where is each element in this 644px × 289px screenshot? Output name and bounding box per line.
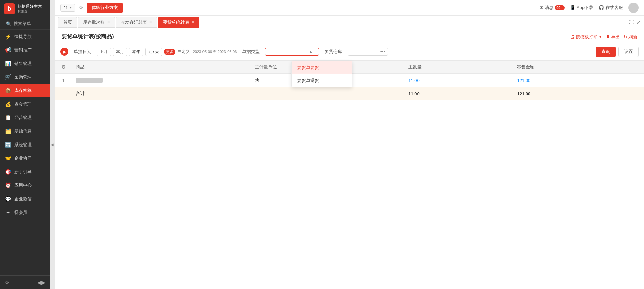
date-btn-7days[interactable]: 近7天 <box>145 48 162 56</box>
content-area: 要货单统计表(按商品) 🖨 按模板打印 ▼ ⬇ 导出 ↻ 刷新 ▶ <box>55 29 644 289</box>
print-icon: 🖨 <box>570 34 575 39</box>
search-icon: 🔍 <box>6 21 11 26</box>
sidebar-item-wecom[interactable]: 💬 企业微信 <box>0 192 50 206</box>
date-btn-this-year[interactable]: 本年 <box>129 48 143 56</box>
sidebar-collapse-handle[interactable]: ◀ <box>50 0 55 289</box>
date-btn-this-month[interactable]: 本月 <box>113 48 127 56</box>
org-selector[interactable]: 41 ▼ <box>60 4 75 12</box>
tab-home[interactable]: 首页 <box>58 17 77 28</box>
sidebar-item-basic-info[interactable]: 🗂️ 基础信息 <box>0 125 50 138</box>
collapse-icon[interactable]: ◀▶ <box>37 279 45 286</box>
tab-inventory-batch-close[interactable]: ✕ <box>107 20 110 24</box>
tab-more-icon[interactable]: ⤢ <box>637 20 641 25</box>
tab-receivable-summary-close[interactable]: ✕ <box>149 20 152 24</box>
settings-button[interactable]: 设置 <box>618 47 639 57</box>
print-action[interactable]: 🖨 按模板打印 ▼ <box>570 34 602 40</box>
logo-icon: b <box>4 3 15 14</box>
sidebar-item-enterprise[interactable]: 🤝 企业协同 <box>0 152 50 165</box>
sidebar-item-label: 企业协同 <box>14 155 32 161</box>
sidebar-footer: ⚙ ◀▶ <box>0 275 50 289</box>
tab-inventory-batch-label: 库存批次账 <box>83 19 105 25</box>
tab-inventory-batch[interactable]: 库存批次账 ✕ <box>78 17 115 28</box>
sidebar-item-guide[interactable]: 🎯 新手引导 <box>0 165 50 179</box>
tab-requisition-stat-close[interactable]: ✕ <box>191 20 194 24</box>
tab-requisition-stat-label: 要货单统计表 <box>163 19 189 25</box>
footer-qty: 11.00 <box>404 87 513 100</box>
date-custom-btn[interactable]: 自定义 <box>177 49 190 55</box>
marketing-icon: 📢 <box>5 47 11 53</box>
export-action[interactable]: ⬇ 导出 <box>606 34 620 40</box>
app-download-item[interactable]: 📱 App下载 <box>570 5 593 11</box>
filter-actions: 查询 设置 <box>596 47 639 57</box>
industry-btn[interactable]: 体验行业方案 <box>87 3 123 13</box>
page-header: 要货单统计表(按商品) 🖨 按模板打印 ▼ ⬇ 导出 ↻ 刷新 <box>55 29 644 43</box>
topbar-gear-icon[interactable]: ⚙ <box>79 4 84 11</box>
tab-requisition-stat[interactable]: 要货单统计表 ✕ <box>158 17 199 28</box>
row-product <box>72 74 251 87</box>
quick-nav-icon: ⚡ <box>5 33 11 40</box>
sidebar-item-app-center[interactable]: ⏰ 应用中心 <box>0 179 50 192</box>
sidebar-item-vip[interactable]: ✦ 畅会员 <box>0 206 50 219</box>
sidebar-item-finance[interactable]: 💰 资金管理 <box>0 97 50 111</box>
dropdown-item-purchase[interactable]: 要货单要货 <box>292 61 352 74</box>
message-badge: 99+ <box>555 5 565 10</box>
sidebar-item-label: 应用中心 <box>14 182 32 188</box>
enterprise-icon: 🤝 <box>5 155 11 162</box>
sidebar-item-marketing[interactable]: 📢 营销推广 <box>0 43 50 57</box>
page-title: 要货单统计表(按商品) <box>62 33 114 40</box>
settings-icon[interactable]: ⚙ <box>5 279 9 286</box>
footer-empty-1 <box>55 87 72 100</box>
sidebar-item-system[interactable]: 🔄 系统管理 <box>0 138 50 152</box>
mobile-icon: 📱 <box>570 5 575 10</box>
sidebar-item-label: 企业微信 <box>14 196 32 202</box>
app-name: 畅捷通好生意 <box>18 4 42 9</box>
search-menu[interactable]: 🔍 搜索菜单 <box>0 18 50 30</box>
sidebar-item-inventory[interactable]: 📦 库存核算 <box>0 84 50 97</box>
page-header-actions: 🖨 按模板打印 ▼ ⬇ 导出 ↻ 刷新 <box>570 34 637 40</box>
filter-bar: ▶ 单据日期 上月 本月 本年 近7天 更多 自定义 2023-05-06 至 … <box>55 43 644 61</box>
sidebar-item-label: 畅会员 <box>14 209 27 216</box>
topbar-right: ✉ 消息 99+ 📱 App下载 🎧 在线客服 <box>540 3 639 13</box>
org-value: 41 <box>63 5 68 10</box>
type-input-wrapper[interactable]: ▲ <box>265 48 319 56</box>
sales-icon: 📊 <box>5 60 11 67</box>
row-amount-link[interactable]: 121.00 <box>517 78 530 83</box>
date-more-badge[interactable]: 更多 <box>164 49 175 55</box>
type-input[interactable] <box>268 49 309 54</box>
inventory-icon: 📦 <box>5 87 11 94</box>
warehouse-more-icon: ••• <box>380 49 385 54</box>
row-index: 1 <box>55 74 72 87</box>
table-container: ⚙ 商品 主计量单位 主数量 零售金额 1 块 <box>55 61 644 289</box>
vip-icon: ✦ <box>5 209 11 216</box>
query-button[interactable]: 查询 <box>596 47 616 57</box>
online-service-item[interactable]: 🎧 在线客服 <box>599 5 623 11</box>
row-qty-link[interactable]: 11.00 <box>408 78 420 83</box>
date-btn-last-month[interactable]: 上月 <box>97 48 111 56</box>
search-label: 搜索菜单 <box>14 21 31 27</box>
sidebar-item-label: 销售管理 <box>14 61 32 67</box>
refresh-label: 刷新 <box>628 34 637 40</box>
filter-toggle-btn[interactable]: ▶ <box>60 48 68 56</box>
online-service-label: 在线客服 <box>605 5 623 11</box>
warehouse-input-wrapper[interactable]: ••• <box>348 48 388 56</box>
user-avatar[interactable] <box>628 3 639 13</box>
sidebar-item-label: 采购管理 <box>14 74 32 80</box>
collapse-arrow: ◀ <box>51 143 54 147</box>
sidebar-item-sales[interactable]: 📊 销售管理 <box>0 57 50 70</box>
export-label: 导出 <box>611 34 620 40</box>
topbar-left: 41 ▼ ⚙ 体验行业方案 <box>60 3 123 13</box>
dropdown-item-return[interactable]: 要货单退货 <box>292 74 352 87</box>
app-download-label: App下载 <box>577 5 593 11</box>
refresh-action[interactable]: ↻ 刷新 <box>624 34 637 40</box>
basic-info-icon: 🗂️ <box>5 128 11 135</box>
tab-receivable-summary[interactable]: 收发存汇总表 ✕ <box>116 17 157 28</box>
sidebar-item-operation[interactable]: 📋 经营管理 <box>0 111 50 125</box>
export-icon: ⬇ <box>606 34 610 39</box>
type-label: 单据类型 <box>242 49 260 55</box>
tab-expand-icon[interactable]: ⛶ <box>629 20 634 25</box>
message-item[interactable]: ✉ 消息 99+ <box>540 5 565 11</box>
col-gear: ⚙ <box>55 61 72 74</box>
col-settings-icon[interactable]: ⚙ <box>61 64 66 70</box>
sidebar-item-quick-nav[interactable]: ⚡ 快捷导航 <box>0 30 50 43</box>
sidebar-item-purchase[interactable]: 🛒 采购管理 <box>0 70 50 84</box>
